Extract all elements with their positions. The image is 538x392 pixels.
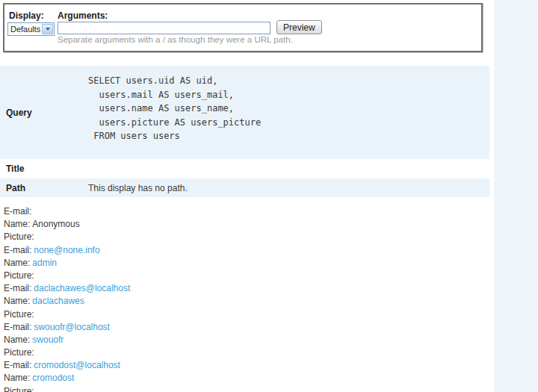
- display-select-value: Defaults: [10, 25, 40, 34]
- result-field-picture: Picture:: [0, 385, 489, 392]
- arguments-input[interactable]: [58, 22, 270, 34]
- result-field-picture: Picture:: [0, 308, 489, 321]
- query-sql: SELECT users.uid AS uid, users.mail AS u…: [88, 74, 489, 143]
- query-label: Query: [0, 66, 82, 159]
- display-select[interactable]: Defaults: [7, 22, 55, 36]
- title-label: Title: [0, 159, 82, 178]
- field-label: Picture:: [4, 309, 34, 320]
- title-row: Title: [0, 159, 489, 178]
- user-link[interactable]: admin: [32, 258, 57, 268]
- field-label: Picture:: [4, 386, 34, 392]
- views-preview-page: { "form": { "display_label": "Display:",…: [0, 0, 538, 392]
- field-label: E-mail:: [4, 283, 31, 293]
- result-field-picture: Picture:: [0, 231, 489, 243]
- preview-button[interactable]: Preview: [276, 20, 322, 34]
- result-field-picture: Picture:: [0, 346, 489, 359]
- result-field-email: E-mail:cromodost@localhost: [0, 359, 489, 372]
- result-field-name: Name:daclachawes: [0, 295, 489, 308]
- field-label: E-mail:: [4, 206, 31, 217]
- field-value: Anonymous: [32, 219, 79, 229]
- path-row: Path This display has no path.: [0, 178, 489, 197]
- path-value: This display has no path.: [82, 178, 489, 197]
- result-field-picture: Picture:: [0, 270, 489, 282]
- field-label: Name:: [4, 296, 30, 306]
- preview-form: Display: Defaults Arguments: Preview Sep…: [3, 3, 483, 52]
- result-field-name: Name:Anonymous: [0, 218, 489, 231]
- user-link[interactable]: swouofr: [32, 335, 64, 345]
- field-label: Picture:: [4, 270, 34, 281]
- field-label: E-mail:: [4, 360, 31, 370]
- email-link[interactable]: swouofr@localhost: [34, 322, 110, 332]
- content-area: Display: Defaults Arguments: Preview Sep…: [0, 0, 494, 392]
- field-label: Picture:: [4, 347, 34, 358]
- result-field-email: E-mail:daclachawes@localhost: [0, 282, 489, 295]
- field-label: Name:: [4, 335, 30, 345]
- title-value: [82, 159, 489, 178]
- result-field-name: Name:admin: [0, 257, 489, 270]
- field-label: Name:: [4, 219, 30, 229]
- result-field-email: E-mail:: [0, 205, 489, 218]
- query-row: Query SELECT users.uid AS uid, users.mai…: [0, 66, 489, 159]
- result-field-name: Name:swouofr: [0, 334, 489, 346]
- email-link[interactable]: none@none.info: [34, 245, 99, 255]
- path-label: Path: [0, 183, 82, 193]
- chevron-down-icon: [42, 24, 53, 34]
- email-link[interactable]: cromodost@localhost: [34, 360, 120, 370]
- field-label: E-mail:: [4, 245, 31, 255]
- display-label: Display:: [9, 10, 44, 21]
- preview-results: E-mail: Name:Anonymous Picture: E-mail:n…: [0, 205, 489, 392]
- field-label: Name:: [4, 373, 30, 383]
- result-field-email: E-mail:swouofr@localhost: [0, 321, 489, 334]
- result-field-email: E-mail:none@none.info: [0, 244, 489, 257]
- user-link[interactable]: daclachawes: [32, 296, 84, 306]
- field-label: Picture:: [4, 231, 34, 242]
- email-link[interactable]: daclachawes@localhost: [34, 283, 130, 293]
- field-label: E-mail:: [4, 322, 31, 332]
- field-label: Name:: [4, 258, 30, 268]
- user-link[interactable]: cromodost: [32, 373, 74, 383]
- arguments-help-text: Separate arguments with a / as though th…: [58, 35, 293, 44]
- preview-info-table: Query SELECT users.uid AS uid, users.mai…: [0, 66, 489, 197]
- result-field-name: Name:cromodost: [0, 372, 489, 385]
- arguments-label: Arguments:: [58, 10, 108, 21]
